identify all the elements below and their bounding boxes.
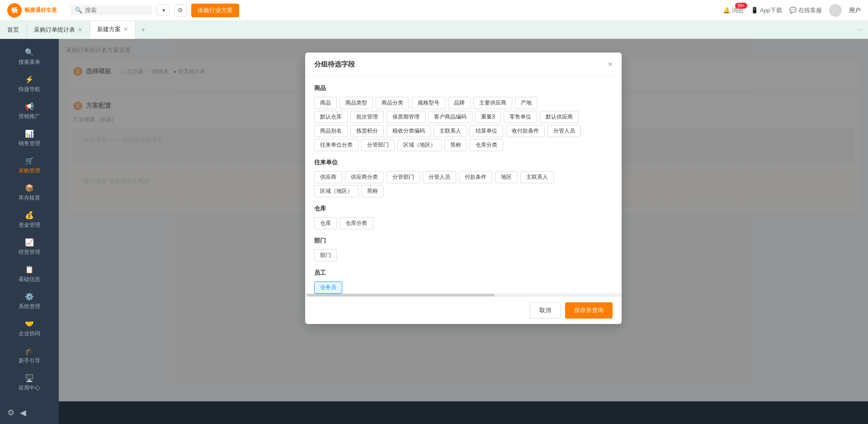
tab-expand-button[interactable]: ⋯ [858,26,863,33]
modal-title: 分组待选字段 [314,60,355,69]
product-tags-row1: 商品 商品类型 商品分类 规格型号 品牌 主要供应商 产地 [314,97,613,109]
sidebar-item-collab[interactable]: 🤝 企业协同 [0,315,59,342]
trial-button[interactable]: 体验行业方案 [191,4,239,17]
search-icon: 🔍 [75,7,82,14]
tag-supplier[interactable]: 供应商 [314,171,342,183]
tag-main-contact2[interactable]: 主联系人 [520,171,554,183]
tag-product-alias[interactable]: 商品别名 [314,125,348,137]
tag-pick-points[interactable]: 拣货积分 [350,125,384,137]
search-menu-icon: 🔍 [25,48,34,57]
tab-new-plan-close[interactable]: ✕ [123,26,128,33]
sidebar-item-operations[interactable]: 📈 经营管理 [0,233,59,261]
save-query-button[interactable]: 保存并查询 [565,302,613,319]
service-icon: 💬 [789,7,797,14]
tag-region2[interactable]: 地区 [495,171,518,183]
sidebar-item-guide[interactable]: 🎓 新手引导 [0,342,59,369]
logo-icon: 畅 [7,3,22,18]
tag-product-type[interactable]: 商品类型 [340,97,373,109]
tag-origin[interactable]: 产地 [515,97,538,109]
tab-bar: 首页 采购订单统计表 ✕ 新建方案 ✕ + ⋯ [0,21,868,39]
app-download-item[interactable]: 📱 App下载 [751,6,782,14]
tab-purchase-order-close[interactable]: ✕ [78,27,82,33]
sidebar-item-appcenter[interactable]: 🖥️ 应用中心 [0,369,59,396]
sidebar-item-basic-info[interactable]: 📋 基础信息 [0,261,59,288]
tag-salesperson[interactable]: 业务员 [314,281,342,294]
tag-payment-terms[interactable]: 收付款条件 [506,125,545,137]
sidebar-item-purchase[interactable]: 🛒 采购管理 [0,152,59,179]
tag-warehouse-cat[interactable]: 仓库分类 [470,139,503,151]
tag-default-warehouse[interactable]: 默认仓库 [314,111,348,123]
partner-tags-row2: 区域（地区） 简称 [314,185,613,197]
sidebar-item-finance[interactable]: 💰 资金管理 [0,206,59,233]
tag-weight3[interactable]: 重量3 [475,111,501,123]
tag-product-category[interactable]: 商品分类 [376,97,409,109]
top-center: ▾ ⚙ 体验行业方案 [152,4,723,17]
company-select[interactable]: ▾ [156,5,170,16]
sidebar-item-basic-info-label: 基础信息 [19,276,40,283]
tab-home[interactable]: 首页 [0,21,27,39]
tag-partner-category[interactable]: 往来单位分类 [314,139,359,151]
settings-button[interactable]: ⚙ [174,4,187,17]
tag-tax-code[interactable]: 税收分类编码 [387,125,431,137]
system-icon: ⚙️ [25,292,34,301]
tab-purchase-order[interactable]: 采购订单统计表 ✕ [27,21,90,39]
cancel-button[interactable]: 取消 [530,302,561,319]
logo-area: 畅 畅捷通好生意 [7,3,66,18]
dept-tags-row: 部门 [314,249,613,262]
tag-supervisor[interactable]: 分管人员 [547,125,581,137]
tag-dept-mgmt[interactable]: 分管部门 [361,139,395,151]
tag-warehouse[interactable]: 仓库 [314,217,337,229]
app-download-label: App下载 [760,6,782,14]
sidebar-item-inventory[interactable]: 📦 库存核算 [0,179,59,206]
tag-default-supplier[interactable]: 默认供应商 [540,111,579,123]
tag-supervisor2[interactable]: 分管人员 [423,171,456,183]
online-service-item[interactable]: 💬 在线客服 [789,6,822,14]
search-input[interactable] [85,7,144,14]
sidebar-item-marketing[interactable]: 📢 营销推广 [0,98,59,125]
sidebar-item-purchase-label: 采购管理 [19,167,40,175]
sidebar-item-sales[interactable]: 📊 销售管理 [0,125,59,152]
tag-abbr-product[interactable]: 简称 [444,139,467,151]
quicknav-icon: ⚡ [25,75,34,84]
main-layout: 🔍 搜索菜单 ⚡ 快捷导航 📢 营销推广 📊 销售管理 🛒 采购管理 📦 库存核… [0,39,868,424]
tag-abbr-partner[interactable]: 简称 [361,185,384,197]
tag-payment-terms2[interactable]: 付款条件 [459,171,492,183]
staff-tags-row: 业务员 [314,281,613,294]
modal-close-button[interactable]: × [608,60,613,69]
avatar[interactable] [829,4,842,17]
notification-item[interactable]: 🔔 99+ 消息 [723,6,744,14]
settings-bottom-icon[interactable]: ⚙ [7,408,14,418]
tag-dept-mgmt2[interactable]: 分管部门 [387,171,420,183]
tab-add-button[interactable]: + [136,26,151,34]
tag-warehouse-category[interactable]: 仓库分类 [340,217,373,229]
audio-bottom-icon[interactable]: ◀ [20,408,26,418]
tag-batch-mgmt[interactable]: 批次管理 [350,111,384,123]
tag-spec-model[interactable]: 规格型号 [412,97,445,109]
section-title-staff: 员工 [314,269,613,277]
user-name: 用户 [849,6,861,14]
sidebar-item-quicknav[interactable]: ⚡ 快捷导航 [0,71,59,98]
tag-region-partner[interactable]: 区域（地区） [314,185,359,197]
tag-main-supplier[interactable]: 主要供应商 [473,97,512,109]
tag-retail-unit[interactable]: 零售单位 [504,111,537,123]
sidebar-item-system[interactable]: ⚙️ 系统管理 [0,288,59,315]
tag-region-product[interactable]: 区域（地区） [397,139,442,151]
tag-product[interactable]: 商品 [314,97,337,109]
warehouse-tags-row: 仓库 仓库分类 [314,217,613,229]
tag-dept[interactable]: 部门 [314,249,337,262]
field-select-modal: 分组待选字段 × 商品 商品 商品类型 商品分类 规格型号 品牌 主要供应商 产… [305,52,622,324]
tag-supplier-cat[interactable]: 供应商分类 [345,171,384,183]
tag-main-contact[interactable]: 主联系人 [434,125,467,137]
top-search-box[interactable]: 🔍 [71,5,152,15]
tag-settlement-unit[interactable]: 结算单位 [470,125,503,137]
sidebar-item-search[interactable]: 🔍 搜索菜单 [0,43,59,71]
tag-brand[interactable]: 品牌 [448,97,471,109]
online-service-label: 在线客服 [798,6,822,14]
notification-badge: 99+ [735,3,747,9]
tab-new-plan[interactable]: 新建方案 ✕ [90,21,136,39]
tag-customer-code[interactable]: 客户商品编码 [428,111,472,123]
modal-body[interactable]: 商品 商品 商品类型 商品分类 规格型号 品牌 主要供应商 产地 默认仓库 批次… [305,77,622,294]
purchase-icon: 🛒 [25,157,34,165]
operations-icon: 📈 [25,238,34,247]
tag-shelf-life[interactable]: 保质期管理 [387,111,425,123]
